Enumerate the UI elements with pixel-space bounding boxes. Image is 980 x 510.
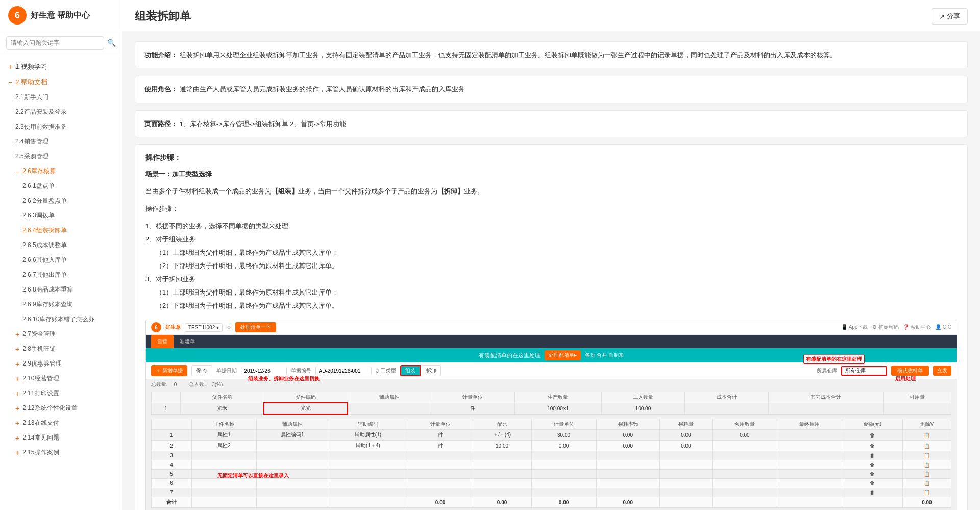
- nav-tree: + 1.视频学习 − 2.帮助文档 2.1新手入门 2.2产品安装及登录 2.3…: [0, 55, 122, 510]
- role-title: 使用角色：: [144, 85, 178, 93]
- sidebar-item-video[interactable]: + 1.视频学习: [0, 59, 122, 75]
- btn-save[interactable]: 保 存: [191, 365, 212, 376]
- app-screenshot-container: 6 好生意 TEST-H002 ▾ ⚙ 处理清单一下 📱 App下载 ⚙ 初始密…: [145, 320, 957, 510]
- path-box: 页面路径： 1、库存核算->库存管理->组装拆卸单 2、首页->常用功能: [135, 110, 968, 137]
- nav-new[interactable]: 自营: [151, 335, 174, 348]
- expand-custom-icon: +: [15, 404, 19, 412]
- th-parent-code: 父件编码: [264, 392, 348, 403]
- expand-faq-icon: +: [15, 434, 19, 442]
- share-button[interactable]: ↗ 分享: [932, 8, 968, 25]
- step3: 3、对于拆卸业务: [145, 273, 957, 286]
- search-input[interactable]: [6, 36, 104, 50]
- sidebar-item-coupon[interactable]: + 2.9优惠券管理: [0, 356, 122, 371]
- app-nav: 自营 新建单: [146, 335, 957, 348]
- sidebar-item-newbie[interactable]: 2.1新手入门: [0, 90, 122, 105]
- th-in-qty: 工入数量: [601, 392, 685, 403]
- sidebar-item-stock-query[interactable]: 2.6.9库存账本查询: [0, 297, 122, 312]
- total-row: 合计 0.00 0.00 0.00 0.00: [152, 497, 951, 508]
- sidebar-item-install[interactable]: 2.2产品安装及登录: [0, 105, 122, 119]
- th-other-cost: 其它成本合计: [768, 392, 883, 403]
- main-header: 组装拆卸单 ↗ 分享: [122, 0, 980, 31]
- parent-code-cell: 光光: [264, 403, 348, 414]
- process-list-btn[interactable]: 处理清单一下: [235, 322, 276, 332]
- sidebar-item-cost-recalc[interactable]: 2.6.8商品成本重算: [0, 282, 122, 297]
- sidebar-item-other-out[interactable]: 2.6.7其他出库单: [0, 268, 122, 282]
- path-text: 1、库存核算->库存管理->组装拆卸单 2、首页->常用功能: [180, 120, 347, 128]
- header-extra-btns: 备份 合并 自制来: [585, 352, 624, 359]
- search-icon[interactable]: 🔍: [107, 39, 116, 47]
- warehouse-input[interactable]: [841, 366, 887, 376]
- separator1: ⚙: [227, 325, 231, 330]
- path-title: 页面路径：: [144, 120, 178, 128]
- child-row-3: 3: [152, 451, 951, 460]
- parent-table: 父件名称 父件编码 辅助属性 计量单位 生产数量 工入数量 成本合计 其它成本合…: [151, 392, 951, 415]
- issue-btn[interactable]: 立发: [933, 366, 951, 376]
- child-row-7: 7: [152, 488, 951, 497]
- sidebar-item-mobile[interactable]: + 2.8手机旺铺: [0, 342, 122, 356]
- scenario1-title: 场景一：加工类型选择: [145, 167, 957, 181]
- sidebar-header: 6 好生意 帮助中心: [0, 0, 122, 31]
- th-cost-total: 成本合计: [685, 392, 769, 403]
- child-table-wrapper: 子件名称 辅助属性 辅助编码 计量单位 配比 计量单位 损耗率% 损耗量 领用数…: [146, 417, 957, 510]
- teal-header-text: 有装配清单的在这里处理: [479, 352, 541, 359]
- parent-row-1: 1 光米 光光 件 100.00×1 100.00: [152, 403, 951, 414]
- processing-btn[interactable]: 处理配清单▸: [545, 350, 581, 360]
- sidebar-item-purchase[interactable]: 2.5采购管理: [0, 149, 122, 164]
- steps-section: 操作步骤： 场景一：加工类型选择 当由多个子件材料组装成一个成品的业务为【组装】…: [135, 144, 968, 510]
- intro-box: 功能介绍： 组装拆卸单用来处理企业组装或拆卸等加工业务，支持有固定装配清单的产品…: [135, 41, 968, 68]
- child-table: 子件名称 辅助属性 辅助编码 计量单位 配比 计量单位 损耗率% 损耗量 领用数…: [151, 419, 951, 508]
- content-area: 功能介绍： 组装拆卸单用来处理企业组装或拆卸等加工业务，支持有固定装配清单的产品…: [122, 31, 980, 510]
- sidebar-item-transfer[interactable]: 2.6.3调拨单: [0, 208, 122, 223]
- app-logo-small: 6: [151, 322, 161, 332]
- intro-text: 组装拆卸单用来处理企业组装或拆卸等加工业务，支持有固定装配清单的产品加工业务，也…: [180, 51, 837, 59]
- annotation-switch: 组装业务、拆卸业务在这里切换: [248, 375, 320, 382]
- sidebar-item-faq[interactable]: + 2.14常见问题: [0, 430, 122, 445]
- nav-list[interactable]: 新建单: [174, 335, 201, 348]
- parent-table-wrapper: 父件名称 父件编码 辅助属性 计量单位 生产数量 工入数量 成本合计 其它成本合…: [146, 390, 957, 417]
- sidebar-item-cost-adj[interactable]: 2.6.5成本调整单: [0, 238, 122, 253]
- sidebar-item-stocktake[interactable]: 2.6.1盘点单: [0, 179, 122, 193]
- sidebar-item-stock-error[interactable]: 2.6.10库存账本错了怎么办: [0, 312, 122, 327]
- btn-add[interactable]: ＋ 新增单据: [151, 365, 187, 376]
- code-input[interactable]: [315, 367, 372, 375]
- th-available: 可用量: [884, 392, 951, 403]
- main-content: 组装拆卸单 ↗ 分享 功能介绍： 组装拆卸单用来处理企业组装或拆卸等加工业务，支…: [122, 0, 980, 510]
- search-box[interactable]: 🔍: [0, 31, 122, 55]
- app-topbar: 6 好生意 TEST-H002 ▾ ⚙ 处理清单一下 📱 App下载 ⚙ 初始密…: [146, 320, 957, 335]
- sidebar-item-inventory[interactable]: − 2.6库存核算: [0, 164, 122, 179]
- sidebar-item-other-in[interactable]: 2.6.6其他入库单: [0, 253, 122, 268]
- expand-mobile-icon: +: [15, 345, 19, 353]
- th-prod-qty: 生产数量: [514, 392, 601, 403]
- btn-assemble[interactable]: 组装: [400, 365, 421, 376]
- app-title: 好生意 帮助中心: [31, 10, 90, 21]
- sidebar-item-cases[interactable]: + 2.15操作案例: [0, 445, 122, 460]
- sidebar-item-partial-stocktake[interactable]: 2.6.2分量盘点单: [0, 193, 122, 208]
- sidebar-item-data-prep[interactable]: 2.3使用前数据准备: [0, 119, 122, 134]
- store-selector[interactable]: TEST-H002 ▾: [185, 323, 223, 332]
- child-row-1: 1 属性1 属性编码1 辅助属性(1) 件 ＋/－(4) 30.00 0.00 …: [152, 430, 951, 441]
- sidebar-item-assembly[interactable]: 2.6.4组装拆卸单: [0, 223, 122, 238]
- date-input[interactable]: [241, 367, 287, 375]
- sidebar-item-custom[interactable]: + 2.12系统个性化设置: [0, 401, 122, 416]
- sidebar-item-capital[interactable]: + 2.7资金管理: [0, 327, 122, 342]
- child-row-4: 4: [152, 460, 951, 470]
- sidebar-item-biz-mgmt[interactable]: + 2.10经营管理: [0, 371, 122, 386]
- app-icons-right: 📱 App下载 ⚙ 初始密码 ❓ 帮助中心 👤 C.C: [841, 324, 951, 331]
- th-seq: [152, 392, 181, 403]
- page-title: 组装拆卸单: [135, 9, 191, 24]
- btn-disassemble[interactable]: 拆卸: [422, 365, 441, 376]
- confirm-btn[interactable]: 确认收料单: [891, 366, 929, 376]
- app-logo: 6: [8, 6, 27, 25]
- step2-2: （2）下部明细为子件明细，最终作为原材料生成其它出库单。: [156, 259, 957, 273]
- sidebar-item-docs[interactable]: − 2.帮助文档: [0, 75, 122, 90]
- sidebar-item-print[interactable]: + 2.11打印设置: [0, 386, 122, 401]
- annotation-no-list: 无固定清单可以直接在这里录入: [217, 472, 289, 479]
- expand-icon: +: [8, 63, 12, 71]
- expand-payment-icon: +: [15, 419, 19, 427]
- sidebar-item-payment[interactable]: + 2.13在线支付: [0, 416, 122, 430]
- sidebar: 6 好生意 帮助中心 🔍 + 1.视频学习 − 2.帮助文档 2.1新手入门 2…: [0, 0, 122, 510]
- collapse-icon-inv: −: [15, 167, 19, 176]
- th-aux-attr: 辅助属性: [348, 392, 431, 403]
- sidebar-item-sales[interactable]: 2.4销售管理: [0, 134, 122, 149]
- type-switcher: 组装 拆卸: [400, 365, 441, 376]
